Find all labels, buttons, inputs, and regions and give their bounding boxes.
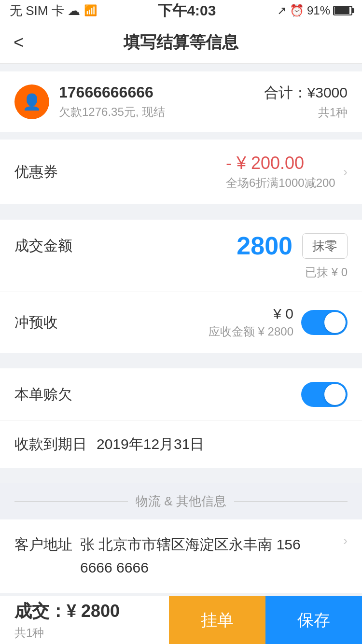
coupon-section[interactable]: 优惠券 - ¥ 200.00 全场6折满1000减200 › [0,140,362,204]
coupon-row[interactable]: 优惠券 - ¥ 200.00 全场6折满1000减200 › [0,140,362,204]
due-date-label: 收款到期日 [14,434,87,454]
toggle-knob [324,312,346,333]
chong-yushou-info: ¥ 0 应收金额 ¥ 2800 [209,306,293,339]
sep-line-left [14,501,128,502]
avatar: 👤 [14,84,49,119]
nav-bar: < 填写结算等信息 [0,21,362,64]
save-button[interactable]: 保存 [265,596,362,644]
round-zero-button[interactable]: 抹零 [302,233,348,259]
bottom-deal-amount: ¥ 2800 [67,601,120,621]
status-right: ↗ ⏰ 91% [277,4,352,17]
deal-amount-area: 成交金额 2800 抹零 已抹 ¥ 0 [0,220,362,292]
deal-row: 成交金额 2800 抹零 [14,231,348,260]
due-date-row: 收款到期日 2019年12月31日 [0,420,362,468]
deal-sub-area: 已抹 ¥ 0 [14,264,348,280]
credit-section: 本单赊欠 收款到期日 2019年12月31日 [0,368,362,468]
page-title: 填写结算等信息 [124,31,238,54]
hang-button[interactable]: 挂单 [169,596,265,644]
deal-amount-value: 2800 [237,231,292,260]
chong-yushou-amount: ¥ 0 [209,306,293,322]
logistics-label: 物流 & 其他信息 [136,493,226,510]
credit-toggle-knob [324,384,346,405]
chong-yushou-right: ¥ 0 应收金额 ¥ 2800 [209,306,348,339]
deal-sub-text: 已抹 ¥ 0 [305,266,348,279]
sim-label: 无 SIM 卡 ☁ [10,2,80,19]
credit-label: 本单赊欠 [14,385,72,405]
logistics-sep: 物流 & 其他信息 [0,483,362,519]
alarm-icon: ⏰ [290,4,304,17]
chong-yushou-toggle[interactable] [301,310,348,335]
deal-amount-label: 成交金额 [14,236,72,256]
chong-yushou-label: 冲预收 [14,313,58,333]
deal-section: 成交金额 2800 抹零 已抹 ¥ 0 冲预收 ¥ 0 应收金额 ¥ 2800 [0,220,362,353]
due-date-value: 2019年12月31日 [97,434,204,454]
divider-2 [0,361,362,368]
customer-section: 👤 17666666666 欠款1276.35元, 现结 合计：¥3000 共1… [0,71,362,132]
bottom-deal-label: 成交：¥ 2800 [14,600,154,623]
location-icon: ↗ [277,4,287,17]
bottom-summary: 成交：¥ 2800 共1种 [0,596,169,644]
wifi-icon: 📶 [84,4,97,17]
coupon-desc: 全场6折满1000减200 [226,175,335,191]
divider-1 [0,212,362,220]
total-price: 合计：¥3000 [264,83,348,103]
coupon-label: 优惠券 [14,162,58,182]
address-value: 张 北京市市辖区海淀区永丰南 156 6666 6666 [80,533,335,579]
chong-yushou-sub: 应收金额 ¥ 2800 [209,324,293,339]
bottom-count: 共1种 [14,625,154,641]
bottom-deal-prefix: 成交： [14,601,67,621]
address-section[interactable]: 客户地址 张 北京市市辖区海淀区永丰南 156 6666 6666 › [0,519,362,593]
total-count: 共1种 [264,105,348,120]
address-chevron-icon: › [343,533,348,548]
address-row[interactable]: 客户地址 张 北京市市辖区海淀区永丰南 156 6666 6666 › [0,519,362,593]
customer-row: 👤 17666666666 欠款1276.35元, 现结 合计：¥3000 共1… [0,71,362,132]
back-button[interactable]: < [14,32,24,53]
coupon-amount-area: - ¥ 200.00 全场6折满1000减200 [226,153,335,191]
chong-yushou-row: 冲预收 ¥ 0 应收金额 ¥ 2800 [0,292,362,353]
customer-left: 👤 17666666666 欠款1276.35元, 现结 [14,84,165,120]
deal-right: 2800 抹零 [237,231,348,260]
chevron-right-icon: › [343,164,348,180]
coupon-amount: - ¥ 200.00 [226,153,335,173]
address-label: 客户地址 [14,535,72,555]
status-bar: 无 SIM 卡 ☁ 📶 下午4:03 ↗ ⏰ 91% [0,0,362,21]
divider-3 [0,476,362,483]
status-left: 无 SIM 卡 ☁ 📶 [10,2,97,19]
customer-phone: 17666666666 [59,84,165,101]
bottom-bar: 成交：¥ 2800 共1种 挂单 保存 [0,596,362,644]
coupon-right: - ¥ 200.00 全场6折满1000减200 › [226,153,348,191]
battery-percent: 91% [307,4,330,17]
sep-line-right [234,501,348,502]
credit-toggle[interactable] [301,382,348,407]
customer-right: 合计：¥3000 共1种 [264,83,348,120]
status-time: 下午4:03 [158,1,216,21]
customer-info: 17666666666 欠款1276.35元, 现结 [59,84,165,120]
credit-row: 本单赊欠 [0,368,362,420]
customer-sub: 欠款1276.35元, 现结 [59,104,165,120]
battery-icon [333,6,352,15]
